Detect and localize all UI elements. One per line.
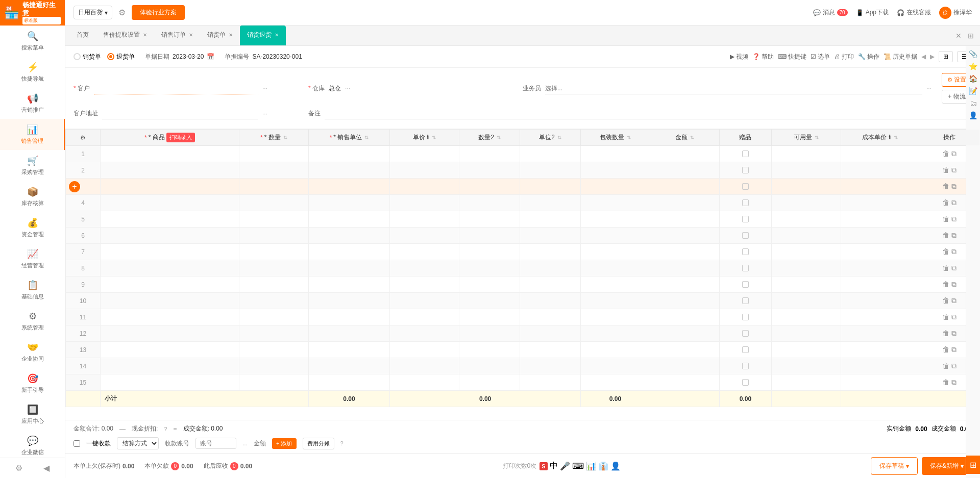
row-pkg-5[interactable] (581, 211, 650, 228)
row-goods-10[interactable] (100, 293, 239, 309)
row-avail-4[interactable] (771, 195, 841, 211)
sidebar-item-sales[interactable]: 📊 销售管理 (0, 119, 65, 150)
note-input[interactable] (325, 108, 972, 119)
account-input[interactable] (195, 438, 236, 449)
row-amount-14[interactable] (650, 358, 720, 374)
tab-sale-goods-close[interactable]: ✕ (229, 32, 233, 38)
row-amount-13[interactable] (650, 342, 720, 358)
row-unit-10[interactable] (308, 293, 389, 309)
row-goods-15[interactable] (100, 374, 239, 391)
row-qty2-7[interactable] (459, 244, 520, 260)
row-pkg-11[interactable] (581, 309, 650, 325)
nav-next-icon[interactable]: ▶ (930, 53, 935, 60)
row-pkg-2[interactable] (581, 162, 650, 179)
row-cost-12[interactable] (841, 325, 919, 342)
row-avail-5[interactable] (771, 211, 841, 228)
row-price-13[interactable] (390, 342, 459, 358)
gift-checkbox-7[interactable] (742, 248, 749, 255)
row-pkg-8[interactable] (581, 260, 650, 276)
row-price-12[interactable] (390, 325, 459, 342)
staff-input[interactable] (545, 83, 922, 94)
gift-checkbox-3[interactable] (742, 183, 749, 190)
row-unit2-8[interactable] (520, 260, 581, 276)
row-goods-5[interactable] (100, 211, 239, 228)
row-cost-11[interactable] (841, 309, 919, 325)
row-avail-10[interactable] (771, 293, 841, 309)
row-unit-12[interactable] (308, 325, 389, 342)
row-pkg-12[interactable] (581, 325, 650, 342)
right-icon-2[interactable]: ⭐ (969, 62, 977, 70)
row-pkg-9[interactable] (581, 276, 650, 293)
row-goods-11[interactable] (100, 309, 239, 325)
row-avail-12[interactable] (771, 325, 841, 342)
save-draft-btn[interactable]: 保存草稿 ▾ (871, 457, 918, 475)
gift-checkbox-15[interactable] (742, 379, 749, 386)
avail-sort-icon[interactable]: ⇅ (815, 135, 819, 140)
row-pkg-14[interactable] (581, 358, 650, 374)
copy-btn-11[interactable]: ⧉ (951, 313, 957, 321)
row-cost-10[interactable] (841, 293, 919, 309)
copy-btn-10[interactable]: ⧉ (951, 296, 957, 305)
row-qty-10[interactable] (239, 293, 308, 309)
delete-btn-11[interactable]: 🗑 (942, 313, 949, 321)
gift-checkbox-1[interactable] (742, 150, 749, 157)
row-cost-6[interactable] (841, 228, 919, 244)
row-cost-3[interactable] (841, 179, 919, 195)
delete-btn-13[interactable]: 🗑 (942, 345, 949, 354)
delete-btn-12[interactable]: 🗑 (942, 329, 949, 337)
sidebar-item-basic[interactable]: 📋 基础信息 (0, 274, 65, 306)
copy-btn-4[interactable]: ⧉ (951, 198, 957, 207)
delete-btn-7[interactable]: 🗑 (942, 247, 949, 256)
online-service-item[interactable]: 🎧 在线客服 (897, 8, 931, 17)
tab-home[interactable]: 首页 (69, 26, 96, 45)
gift-checkbox-6[interactable] (742, 232, 749, 239)
grid-view-btn[interactable]: ⊞ (939, 51, 953, 62)
row-amount-12[interactable] (650, 325, 720, 342)
row-avail-9[interactable] (771, 276, 841, 293)
gift-checkbox-11[interactable] (742, 314, 749, 320)
row-goods-4[interactable] (100, 195, 239, 211)
sidebar-item-search[interactable]: 🔍 搜索菜单 (0, 26, 65, 57)
message-item[interactable]: 💬 消息 70 (813, 8, 848, 17)
row-pkg-15[interactable] (581, 374, 650, 391)
row-price-6[interactable] (390, 228, 459, 244)
row-unit2-14[interactable] (520, 358, 581, 374)
row-cost-9[interactable] (841, 276, 919, 293)
row-price-11[interactable] (390, 309, 459, 325)
row-qty2-9[interactable] (459, 276, 520, 293)
qty2-sort-icon[interactable]: ⇅ (497, 135, 501, 140)
row-unit2-11[interactable] (520, 309, 581, 325)
save-new-dropdown-icon[interactable]: ▾ (961, 463, 964, 470)
delete-btn-9[interactable]: 🗑 (942, 280, 949, 288)
row-amount-15[interactable] (650, 374, 720, 391)
row-qty2-6[interactable] (459, 228, 520, 244)
tool-icon-person[interactable]: 👤 (610, 461, 621, 471)
row-goods-6[interactable] (100, 228, 239, 244)
row-unit-15[interactable] (308, 374, 389, 391)
row-amount-7[interactable] (650, 244, 720, 260)
row-amount-9[interactable] (650, 276, 720, 293)
row-price-1[interactable] (390, 146, 459, 162)
industry-select[interactable]: 日用百货 ▾ (74, 6, 112, 19)
tab-sale-order[interactable]: 销售订单 ✕ (154, 26, 200, 45)
goods-input-3[interactable] (104, 183, 236, 190)
sidebar-collapse-icon[interactable]: ◀ (43, 463, 50, 473)
row-amount-11[interactable] (650, 309, 720, 325)
history-btn[interactable]: 📜 历史单据 (884, 53, 917, 61)
row-goods-9[interactable] (100, 276, 239, 293)
staff-dots[interactable]: ··· (926, 85, 932, 92)
copy-btn-2[interactable]: ⧉ (951, 166, 957, 174)
tool-icon-keyboard[interactable]: ⌨ (572, 461, 584, 471)
sidebar-item-marketing[interactable]: 📢 营销推广 (0, 88, 65, 119)
sidebar-item-enterprise[interactable]: 🤝 企业协同 (0, 337, 65, 368)
sidebar-settings-icon[interactable]: ⚙ (15, 463, 22, 473)
row-avail-7[interactable] (771, 244, 841, 260)
app-download-item[interactable]: 📱 App下载 (856, 8, 889, 17)
row-goods-13[interactable] (100, 342, 239, 358)
row-amount-6[interactable] (650, 228, 720, 244)
help-btn[interactable]: ❓ 帮助 (752, 53, 774, 61)
copy-btn-14[interactable]: ⧉ (951, 362, 957, 370)
cost-sort-icon[interactable]: ⇅ (894, 135, 898, 140)
customer-dots[interactable]: ··· (262, 85, 267, 92)
operate-btn[interactable]: 🔧 操作 (858, 53, 879, 61)
